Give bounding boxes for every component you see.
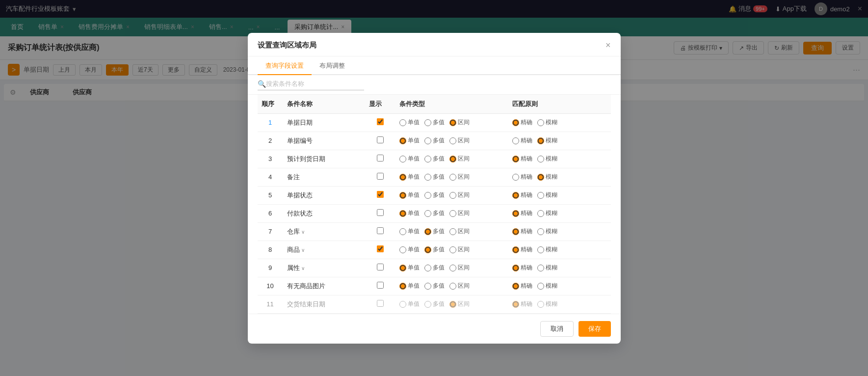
settings-modal: 设置查询区域布局 × 查询字段设置 布局调整 🔍 [248, 33, 621, 106]
modal-header: 设置查询区域布局 × [248, 33, 621, 56]
modal-close-button[interactable]: × [605, 41, 611, 50]
search-icon: 🔍 [258, 80, 266, 88]
modal-tabs: 查询字段设置 布局调整 [248, 56, 621, 75]
th-name: 条件名称 [283, 95, 365, 106]
th-type: 条件类型 [395, 95, 508, 106]
th-display: 显示 [365, 95, 396, 106]
tab-field-settings[interactable]: 查询字段设置 [258, 56, 312, 75]
conditions-table: 顺序 条件名称 显示 条件类型 匹配原则 1单据日期单值多值区间精确模糊2单据编… [248, 95, 621, 106]
search-input-container: 🔍 [258, 80, 364, 90]
modal-title: 设置查询区域布局 [258, 41, 316, 50]
th-match: 匹配原则 [508, 95, 611, 106]
search-input[interactable] [266, 80, 364, 87]
modal-overlay: 设置查询区域布局 × 查询字段设置 布局调整 🔍 [0, 0, 868, 105]
tab-layout-adjust[interactable]: 布局调整 [312, 56, 353, 75]
modal-body: 查询字段设置 布局调整 🔍 顺序 条件名称 显示 [248, 56, 621, 106]
th-order: 顺序 [258, 95, 283, 106]
modal-search-area: 🔍 [248, 75, 621, 95]
